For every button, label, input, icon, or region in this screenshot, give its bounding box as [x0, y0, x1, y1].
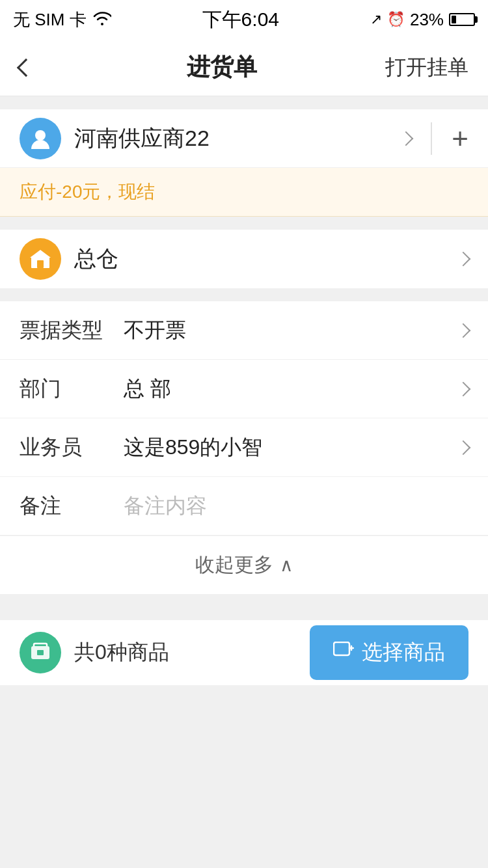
alarm-icon: ⏰ [387, 11, 405, 28]
select-product-icon [333, 641, 354, 665]
open-pending-button[interactable]: 打开挂单 [385, 53, 468, 82]
warehouse-building-icon [29, 247, 52, 271]
remark-label: 备注 [20, 492, 111, 521]
collapse-button[interactable]: 收起更多 ∧ [0, 536, 488, 594]
supplier-actions: + [401, 122, 468, 155]
invoice-type-label: 票据类型 [20, 316, 111, 345]
status-right: ↗ ⏰ 23% [370, 10, 475, 30]
supplier-section[interactable]: 河南供应商22 + [0, 109, 488, 168]
add-supplier-button[interactable]: + [452, 124, 468, 153]
invoice-type-row[interactable]: 票据类型 不开票 [0, 301, 488, 360]
invoice-type-value: 不开票 [111, 316, 458, 345]
salesperson-row[interactable]: 业务员 这是859的小智 [0, 418, 488, 477]
svg-marker-2 [30, 250, 51, 258]
section-gap-3 [0, 594, 488, 607]
salesperson-label: 业务员 [20, 433, 111, 462]
form-section: 票据类型 不开票 部门 总 部 业务员 这是859的小智 备注 备注内容 收起更… [0, 301, 488, 594]
location-icon: ↗ [370, 11, 382, 28]
invoice-type-chevron-icon [456, 323, 471, 338]
warehouse-icon [20, 238, 61, 280]
battery-icon [449, 13, 475, 26]
divider [431, 122, 432, 155]
status-bar: 无 SIM 卡 下午6:04 ↗ ⏰ 23% [0, 0, 488, 39]
page-title: 进货单 [187, 51, 257, 83]
svg-point-0 [35, 130, 46, 141]
remark-input[interactable]: 备注内容 [111, 492, 468, 521]
svg-rect-6 [334, 642, 349, 655]
svg-rect-3 [37, 260, 44, 268]
select-product-label: 选择商品 [362, 638, 445, 667]
status-time: 下午6:04 [202, 7, 279, 33]
back-button[interactable] [20, 48, 59, 87]
section-gap-2 [0, 217, 488, 230]
nav-bar: 进货单 打开挂单 [0, 39, 488, 96]
warehouse-section[interactable]: 总仓 [0, 230, 488, 288]
collapse-label: 收起更多 [195, 552, 273, 578]
product-count-label: 共0种商品 [74, 638, 310, 667]
svg-rect-5 [37, 650, 44, 655]
select-product-button[interactable]: 选择商品 [310, 625, 468, 680]
supplier-avatar-icon [27, 126, 53, 152]
product-icon [20, 632, 61, 673]
notice-bar: 应付-20元，现结 [0, 168, 488, 217]
wifi-icon [93, 10, 111, 30]
salesperson-chevron-icon [456, 440, 471, 455]
department-row[interactable]: 部门 总 部 [0, 360, 488, 418]
warehouse-chevron-icon [456, 252, 471, 267]
section-gap-1 [0, 96, 488, 109]
department-value: 总 部 [111, 375, 458, 403]
salesperson-value: 这是859的小智 [111, 433, 458, 462]
notice-text: 应付-20元，现结 [20, 182, 155, 202]
collapse-arrow-icon: ∧ [280, 554, 293, 576]
product-cart-icon [29, 641, 52, 664]
department-chevron-icon [456, 381, 471, 396]
remark-row[interactable]: 备注 备注内容 [0, 477, 488, 536]
supplier-name: 河南供应商22 [74, 124, 401, 154]
department-label: 部门 [20, 375, 111, 403]
status-left: 无 SIM 卡 [13, 8, 111, 31]
carrier-text: 无 SIM 卡 [13, 8, 87, 31]
supplier-avatar [20, 118, 61, 159]
battery-percent: 23% [410, 10, 444, 30]
back-arrow-icon [17, 58, 35, 76]
warehouse-name: 总仓 [74, 244, 458, 274]
supplier-chevron-icon [399, 131, 414, 146]
rest-area [0, 685, 488, 868]
product-bar: 共0种商品 选择商品 [0, 620, 488, 685]
